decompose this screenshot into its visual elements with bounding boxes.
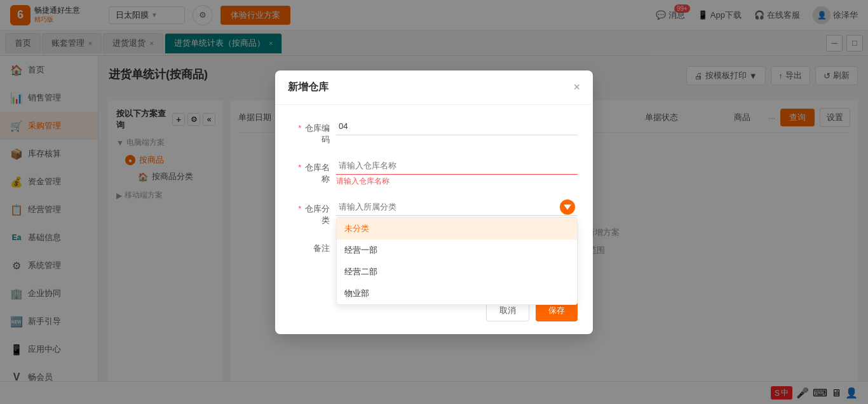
warehouse-name-label: * 仓库名称 [290, 157, 336, 185]
warehouse-category-label: * 仓库分类 [290, 198, 336, 226]
warehouse-note-label: 备注 [290, 238, 336, 254]
warehouse-category-input[interactable] [336, 198, 578, 216]
warehouse-code-label: * 仓库编码 [290, 118, 336, 145]
dropdown-option-ops1[interactable]: 经营一部 [337, 239, 577, 261]
warehouse-code-row: * 仓库编码 [290, 118, 578, 145]
warehouse-name-row: * 仓库名称 请输入仓库名称 [290, 157, 578, 187]
warehouse-category-selector: 未分类 经营一部 经营二部 物业部 [336, 198, 578, 216]
warehouse-name-input[interactable] [336, 157, 578, 175]
add-warehouse-modal: 新增仓库 × * 仓库编码 * 仓库名称 请输入仓库名称 [275, 71, 593, 334]
dropdown-option-ops2[interactable]: 经营二部 [337, 261, 577, 283]
dropdown-option-property[interactable]: 物业部 [337, 283, 577, 304]
modal-body: * 仓库编码 * 仓库名称 请输入仓库名称 * [275, 105, 593, 300]
modal-header: 新增仓库 × [275, 71, 593, 105]
modal-close-button[interactable]: × [573, 81, 580, 93]
modal-title: 新增仓库 [288, 81, 329, 94]
warehouse-code-input[interactable] [336, 118, 578, 135]
dropdown-option-uncategorized[interactable]: 未分类 [337, 218, 577, 239]
warehouse-name-error: 请输入仓库名称 [336, 176, 578, 187]
category-dropdown-toggle[interactable] [560, 199, 575, 215]
warehouse-category-row: * 仓库分类 未分类 经营一部 经营二部 物业部 [290, 198, 578, 226]
category-dropdown-list: 未分类 经营一部 经营二部 物业部 [336, 217, 578, 305]
modal-overlay: 新增仓库 × * 仓库编码 * 仓库名称 请输入仓库名称 [0, 0, 868, 404]
